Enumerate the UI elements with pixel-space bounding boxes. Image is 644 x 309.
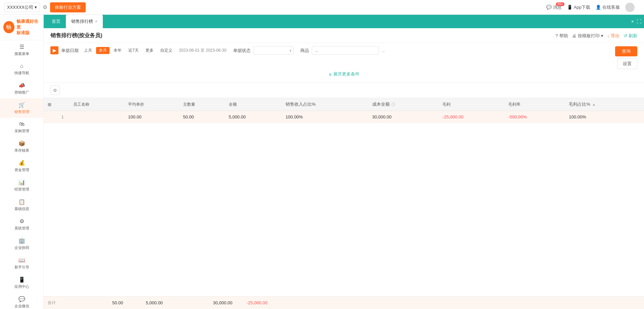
th-name: 员工名称 [69,98,124,111]
sales-icon: 🛒 [18,102,25,108]
expand-more-btn[interactable]: ∨ 展开更多条件 [50,69,637,79]
sidebar-item-search-orders[interactable]: ☰ 搜索菜单 [0,40,43,60]
goods-more-icon[interactable]: ... [382,48,385,53]
date-tab-custom[interactable]: 自定义 [158,47,175,54]
app-download-btn[interactable]: 📱 App下载 [567,4,590,10]
help-label: 帮助 [559,33,568,39]
tab-home-label: 首页 [52,18,60,24]
avatar[interactable] [625,3,635,12]
date-tab-current-month[interactable]: 本月 [96,47,110,54]
refresh-label: 刷新 [629,33,637,39]
page-title: 销售排行榜(按业务员) [50,32,102,39]
company-name: XXXXXX公司 [7,4,33,10]
app-download-label: App下载 [574,4,590,10]
refresh-btn[interactable]: ↺ 刷新 [624,33,637,39]
page-header: 销售排行榜(按业务员) ? 帮助 🖨 按模板打印 ▾ ↓ [44,28,644,43]
tab-close-window-icon[interactable]: × [631,19,634,24]
export-btn[interactable]: ↓ 导出 [607,33,620,39]
sidebar-item-label: 系统管理 [14,226,29,231]
print-btn[interactable]: 🖨 按模板打印 ▾ [572,33,603,39]
sidebar-item-label: 应用中心 [14,284,29,289]
date-tab-last-month[interactable]: 上月 [81,47,95,54]
export-label: 导出 [611,33,619,39]
message-btn[interactable]: 💬 消息 99+ [546,4,562,10]
th-gross-rate: 毛利率 [504,98,565,111]
filter-date: 单据日期 上月 本月 本年 近7天 更多 自定义 2023-06-01 至 20… [61,47,226,54]
th-settings: ⊞ [44,98,56,111]
trial-button[interactable]: 体验行业方案 [50,2,86,12]
sidebar-item-operations[interactable]: 📊 经营管理 [0,176,43,195]
date-tab-more[interactable]: 更多 [143,47,156,54]
company-selector[interactable]: XXXXXX公司 ▾ [4,3,40,12]
td-settings [44,111,56,123]
logo: 畅 畅康通好生意 标准版 [0,15,43,40]
message-badge: 99+ [556,2,564,6]
sidebar-item-basic-info[interactable]: 📋 基础信息 [0,195,43,215]
tab-bar: 首页 销售排行榜 × × ⛶ [44,15,644,28]
sidebar-item-label: 库存核算 [14,148,29,153]
content-area: 首页 销售排行榜 × × ⛶ 销售排行榜(按业务员) ? 帮助 [44,15,644,309]
logo-icon: 畅 [3,21,14,33]
purchase-icon: 🛍 [19,121,25,127]
date-tab-7days[interactable]: 近7天 [126,47,141,54]
basic-info-icon: 📋 [18,199,25,205]
top-right-actions: 💬 消息 99+ 📱 App下载 👤 在线客服 [546,3,640,12]
td-name [69,111,124,123]
date-tab-current-year[interactable]: 本年 [111,47,124,54]
gross-pct-info-icon[interactable]: ▲ [592,102,596,106]
sidebar-item-wechat[interactable]: 💬 企业微信 [0,293,43,309]
tab-home[interactable]: 首页 [46,15,66,28]
sidebar-item-label: 经营管理 [14,187,29,192]
online-service-label: 在线客服 [602,4,620,10]
status-label: 单据状态 [233,48,251,54]
tab-close-icon[interactable]: × [95,19,97,24]
td-gross: -25,000.00 [438,111,504,123]
online-service-btn[interactable]: 👤 在线客服 [596,4,620,10]
tab-sales-rank[interactable]: 销售排行榜 × [66,15,103,28]
sidebar-item-marketing[interactable]: 📣 营销推广 [0,79,43,98]
sidebar-item-inventory[interactable]: 📦 库存核算 [0,137,43,156]
system-icon: ⚙ [19,218,24,224]
query-button[interactable]: 查询 [615,46,637,56]
operations-icon: 📊 [18,179,25,186]
sidebar-item-quick-nav[interactable]: ⌂ 快捷导航 [0,60,43,79]
chevron-down-icon: ▾ [35,5,37,10]
td-gross-rate: -500.00% [504,111,565,123]
sidebar-item-funds[interactable]: 💰 资金管理 [0,156,43,176]
status-select[interactable] [253,46,294,55]
td-rank: 1 [56,111,69,123]
gear-icon: ⚙ [53,88,57,93]
top-bar: XXXXXX公司 ▾ ⚙ 体验行业方案 💬 消息 99+ 📱 App下载 👤 在… [0,0,644,15]
table-toolbar: ⚙ [44,83,644,98]
filter-collapse-btn[interactable]: ▶ [50,46,58,54]
refresh-icon: ↺ [624,33,627,38]
filter-area: ▶ 单据日期 上月 本月 本年 近7天 更多 自定义 [44,43,644,83]
goods-input[interactable] [312,46,379,55]
guide-icon: 📖 [18,257,25,263]
tab-sales-rank-label: 销售排行榜 [71,18,93,24]
column-settings-btn[interactable]: ⚙ [50,86,60,95]
sidebar-item-label: 企业协同 [14,245,29,250]
sidebar-item-guide[interactable]: 📖 新手引导 [0,254,43,273]
sidebar-item-sales[interactable]: 🛒 销售管理 [0,98,43,118]
settings-button[interactable]: 设置 [617,58,637,69]
help-btn[interactable]: ? 帮助 [555,33,568,39]
sidebar-item-app-center[interactable]: 📱 应用中心 [0,273,43,293]
cost-info-icon[interactable]: ⓘ [391,102,395,106]
td-avg-price: 100.00 [124,111,179,123]
tab-maximize-icon[interactable]: ⛶ [637,19,641,24]
sidebar-item-system[interactable]: ⚙ 系统管理 [0,215,43,234]
filter-main-row: ▶ 单据日期 上月 本月 本年 近7天 更多 自定义 [50,46,637,69]
th-sales-pct: 销售收入占比% [282,98,368,111]
column-settings-icon[interactable]: ⊞ [48,102,51,107]
th-gross: 毛利 [438,98,504,111]
main-layout: 畅 畅康通好生意 标准版 ☰ 搜索菜单 ⌂ 快捷导航 📣 营销推广 🛒 销售管理… [0,15,644,309]
settings-icon[interactable]: ⚙ [43,4,47,10]
footer-qty [68,300,108,305]
td-qty: 50.00 [179,111,225,123]
sidebar-item-enterprise[interactable]: 🏢 企业协同 [0,234,43,254]
th-avg-price: 平均单价 [124,98,179,111]
sidebar-item-purchase[interactable]: 🛍 采购管理 [0,118,43,137]
search-orders-icon: ☰ [19,44,24,50]
table-wrapper: ⊞ 员工名称 平均单价 主数量 全额 销售收入占比% 成本全额 [44,98,644,296]
